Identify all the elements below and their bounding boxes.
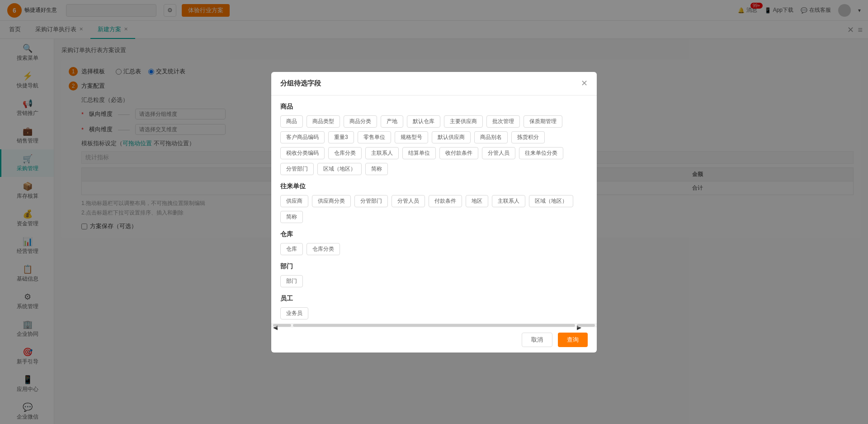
field-tag-spec-model[interactable]: 规格型号 <box>395 131 428 143</box>
field-tag-main-supplier[interactable]: 主要供应商 <box>444 115 483 128</box>
field-tag-partner-category[interactable]: 往来单位分类 <box>519 147 563 159</box>
field-tag-supervisor-dept[interactable]: 分管部门 <box>280 163 314 175</box>
field-tags-partner: 供应商 供应商分类 分管部门 分管人员 付款条件 地区 主联系人 区域（地区） … <box>280 195 588 223</box>
field-group-employee-title: 员工 <box>280 295 588 303</box>
modal-footer: 取消 查询 <box>271 327 597 353</box>
cancel-button[interactable]: 取消 <box>522 333 552 347</box>
field-tag-goods[interactable]: 商品 <box>280 115 303 128</box>
field-tags-department: 部门 <box>280 275 588 287</box>
field-group-warehouse-title: 仓库 <box>280 230 588 238</box>
field-tag-goods-category[interactable]: 商品分类 <box>344 115 377 128</box>
modal-header: 分组待选字段 ✕ <box>271 72 597 95</box>
modal-body[interactable]: 商品 商品 商品类型 商品分类 产地 默认仓库 主要供应商 批次管理 保质期管理… <box>271 95 597 324</box>
field-tag-pick-points[interactable]: 拣货积分 <box>511 131 545 143</box>
field-tag-region[interactable]: 区域（地区） <box>317 163 362 175</box>
field-tag-partner-dept[interactable]: 分管部门 <box>354 195 388 207</box>
field-group-partner-title: 往来单位 <box>280 182 588 191</box>
field-tags-warehouse: 仓库 仓库分类 <box>280 243 588 255</box>
field-group-employee: 员工 业务员 <box>280 295 588 319</box>
field-tag-settlement-unit[interactable]: 结算单位 <box>402 147 436 159</box>
field-tag-partner-contact[interactable]: 主联系人 <box>492 195 525 207</box>
field-tag-partner-short[interactable]: 简称 <box>280 211 303 223</box>
field-tag-quality-period[interactable]: 保质期管理 <box>524 115 562 128</box>
field-tag-default-warehouse[interactable]: 默认仓库 <box>407 115 440 128</box>
field-tag-partner-region[interactable]: 区域（地区） <box>529 195 573 207</box>
field-tag-retail-unit[interactable]: 零售单位 <box>358 131 391 143</box>
confirm-button[interactable]: 查询 <box>558 333 588 347</box>
modal-overlay: 分组待选字段 ✕ 商品 商品 商品类型 商品分类 产地 默认仓库 主要供应商 批… <box>0 0 868 424</box>
field-tag-tax-code[interactable]: 税收分类编码 <box>280 147 325 159</box>
field-group-goods: 商品 商品 商品类型 商品分类 产地 默认仓库 主要供应商 批次管理 保质期管理… <box>280 103 588 175</box>
field-tag-supplier-category[interactable]: 供应商分类 <box>312 195 351 207</box>
field-tag-partner-supervisor[interactable]: 分管人员 <box>392 195 425 207</box>
field-tag-customer-code[interactable]: 客户商品编码 <box>280 131 325 143</box>
field-selection-modal: 分组待选字段 ✕ 商品 商品 商品类型 商品分类 产地 默认仓库 主要供应商 批… <box>271 72 597 353</box>
field-tag-batch-mgmt[interactable]: 批次管理 <box>486 115 520 128</box>
field-tag-warehouse[interactable]: 仓库 <box>280 243 303 255</box>
field-tag-supervisor[interactable]: 分管人员 <box>482 147 515 159</box>
field-tag-main-contact[interactable]: 主联系人 <box>365 147 399 159</box>
field-tag-origin[interactable]: 产地 <box>381 115 403 128</box>
field-group-goods-title: 商品 <box>280 103 588 111</box>
field-tag-warehouse-category[interactable]: 仓库分类 <box>328 147 362 159</box>
modal-horizontal-scrollbar[interactable]: ◀ ▶ <box>271 324 597 327</box>
field-tag-default-supplier[interactable]: 默认供应商 <box>432 131 471 143</box>
field-tag-short-name[interactable]: 简称 <box>365 163 388 175</box>
field-tags-goods: 商品 商品类型 商品分类 产地 默认仓库 主要供应商 批次管理 保质期管理 客户… <box>280 115 588 175</box>
field-group-partner: 往来单位 供应商 供应商分类 分管部门 分管人员 付款条件 地区 主联系人 区域… <box>280 182 588 223</box>
field-group-warehouse: 仓库 仓库 仓库分类 <box>280 230 588 255</box>
field-tag-weight3[interactable]: 重量3 <box>328 131 354 143</box>
field-group-department: 部门 部门 <box>280 262 588 287</box>
field-tag-payment-terms[interactable]: 收付款条件 <box>439 147 478 159</box>
field-tag-department[interactable]: 部门 <box>280 275 303 287</box>
field-tag-goods-type[interactable]: 商品类型 <box>307 115 340 128</box>
modal-title: 分组待选字段 <box>280 79 321 88</box>
field-tag-warehouse-cat[interactable]: 仓库分类 <box>307 243 340 255</box>
field-tag-alias[interactable]: 商品别名 <box>474 131 508 143</box>
field-tag-partner-area[interactable]: 地区 <box>466 195 488 207</box>
field-tag-partner-payment[interactable]: 付款条件 <box>429 195 462 207</box>
field-group-department-title: 部门 <box>280 262 588 271</box>
field-tag-supplier[interactable]: 供应商 <box>280 195 308 207</box>
modal-close-button[interactable]: ✕ <box>581 79 588 87</box>
field-tags-employee: 业务员 <box>280 307 588 319</box>
field-tag-salesperson[interactable]: 业务员 <box>280 307 308 319</box>
